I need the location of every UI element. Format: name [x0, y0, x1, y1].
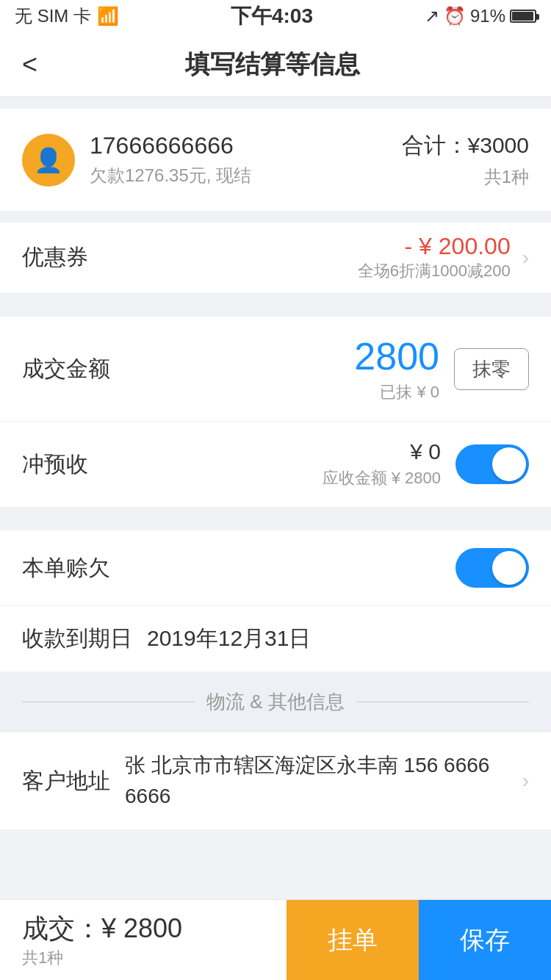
coupon-label: 优惠券: [22, 242, 88, 273]
status-left: 无 SIM 卡 📶: [15, 4, 119, 28]
location-icon: ↗: [425, 6, 439, 26]
nav-bar: < 填写结算等信息: [0, 32, 551, 97]
content: 👤 17666666666 欠款1276.35元, 现结 合计：¥3000 共1…: [0, 109, 551, 980]
bottom-deal-amount: ¥ 2800: [101, 913, 182, 943]
credit-section: 本单赊欠 收款到期日 2019年12月31日: [0, 530, 551, 671]
avatar-icon: 👤: [34, 146, 63, 174]
back-button[interactable]: <: [22, 42, 52, 87]
address-value: 张 北京市市辖区海淀区永丰南 156 6666 6666: [125, 750, 516, 812]
address-chevron-icon: ›: [522, 769, 529, 793]
credit-label: 本单赊欠: [22, 553, 110, 583]
bottom-bar: 成交：¥ 2800 共1种 挂单 保存: [0, 899, 551, 980]
prepay-row: 冲预收 ¥ 0 应收金额 ¥ 2800: [0, 422, 551, 507]
amount-row: 成交金额 2800 已抹 ¥ 0 抹零: [0, 317, 551, 422]
duedate-row: 收款到期日 2019年12月31日: [0, 606, 551, 671]
customer-card: 👤 17666666666 欠款1276.35元, 现结 合计：¥3000 共1…: [0, 109, 551, 211]
toggle-knob: [492, 447, 526, 481]
status-time: 下午4:03: [231, 2, 313, 30]
prepay-receivable: 应收金额 ¥ 2800: [323, 467, 441, 489]
customer-count: 共1种: [402, 165, 529, 189]
total-label: 合计：: [402, 133, 468, 157]
battery-icon: [510, 10, 536, 23]
alarm-icon: ⏰: [444, 6, 466, 26]
divider-2: [0, 293, 551, 305]
customer-right: 合计：¥3000 共1种: [402, 131, 529, 189]
customer-left: 👤 17666666666 欠款1276.35元, 现结: [22, 132, 251, 187]
duedate-label: 收款到期日: [22, 624, 132, 654]
address-row[interactable]: 客户地址 张 北京市市辖区海淀区永丰南 156 6666 6666 ›: [0, 732, 551, 829]
amount-sub: 已抹 ¥ 0: [354, 381, 439, 403]
bottom-summary: 成交：¥ 2800 共1种: [0, 911, 287, 969]
page-title: 填写结算等信息: [52, 48, 492, 82]
divider-line-right: [356, 702, 529, 702]
prepay-right: ¥ 0 应收金额 ¥ 2800: [323, 439, 529, 489]
status-bar: 无 SIM 卡 📶 下午4:03 ↗ ⏰ 91%: [0, 0, 551, 32]
divider-line-left: [22, 702, 195, 702]
pending-button[interactable]: 挂单: [287, 900, 419, 981]
status-right: ↗ ⏰ 91%: [425, 6, 536, 26]
coupon-chevron-icon: ›: [522, 246, 529, 270]
bottom-count: 共1种: [22, 947, 264, 969]
divider-1: [0, 211, 551, 223]
address-section: 客户地址 张 北京市市辖区海淀区永丰南 156 6666 6666 ›: [0, 732, 551, 829]
customer-phone: 17666666666: [90, 132, 251, 159]
save-button[interactable]: 保存: [419, 900, 551, 981]
sim-label: 无 SIM 卡: [15, 4, 91, 28]
duedate-value: 2019年12月31日: [147, 624, 311, 654]
prepay-value-block: ¥ 0 应收金额 ¥ 2800: [323, 439, 441, 489]
customer-info: 17666666666 欠款1276.35元, 现结: [90, 132, 251, 187]
divider-3: [0, 507, 551, 519]
bottom-deal: 成交：¥ 2800: [22, 911, 264, 947]
bottom-deal-label: 成交：: [22, 913, 101, 943]
prepay-amount: ¥ 0: [323, 439, 441, 464]
prepay-toggle[interactable]: [455, 444, 529, 484]
coupon-desc: 全场6折满1000减200: [358, 260, 511, 282]
battery-percent: 91%: [470, 6, 505, 26]
customer-debt: 欠款1276.35元, 现结: [90, 164, 251, 187]
prepay-label: 冲预收: [22, 450, 88, 480]
credit-toggle[interactable]: [455, 548, 529, 588]
credit-toggle-knob: [492, 551, 526, 585]
wifi-icon: 📶: [97, 6, 119, 26]
total-amount: ¥3000: [468, 133, 529, 157]
logistics-label: 物流 & 其他信息: [206, 689, 345, 715]
logistics-divider: 物流 & 其他信息: [0, 671, 551, 732]
amount-right: 2800 已抹 ¥ 0 抹零: [354, 334, 529, 403]
coupon-row[interactable]: 优惠券 - ¥ 200.00 全场6折满1000减200 ›: [0, 223, 551, 293]
amount-value: 2800: [354, 334, 439, 378]
round-button[interactable]: 抹零: [454, 348, 529, 390]
avatar: 👤: [22, 134, 75, 187]
amount-section: 成交金额 2800 已抹 ¥ 0 抹零 冲预收 ¥ 0 应收金额 ¥ 2800: [0, 317, 551, 507]
credit-row: 本单赊欠: [0, 530, 551, 606]
coupon-value: - ¥ 200.00: [358, 233, 511, 260]
amount-label: 成交金额: [22, 354, 110, 384]
customer-total: 合计：¥3000: [402, 131, 529, 161]
address-label: 客户地址: [22, 766, 110, 796]
